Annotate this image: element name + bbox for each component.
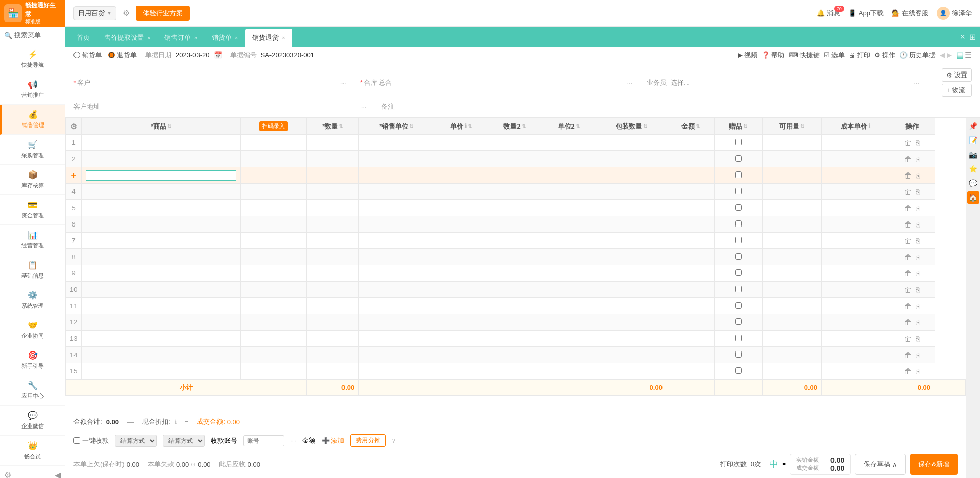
tab-sales-order[interactable]: 销售订单 × xyxy=(157,29,204,47)
return-single-radio-input[interactable] xyxy=(108,52,115,58)
tab-sales-order-close[interactable]: × xyxy=(194,35,197,41)
product-table-container[interactable]: ⚙ *商品 ⇅ 扫码录入 xyxy=(65,118,966,413)
right-sidebar-note-btn[interactable]: 📝 xyxy=(967,134,979,146)
settings-button[interactable]: ⚙ 设置 xyxy=(942,68,972,82)
price-info-icon[interactable]: ℹ xyxy=(464,123,467,130)
tab-close-all-icon[interactable]: × xyxy=(960,32,965,42)
table-settings-icon[interactable]: ⚙ xyxy=(70,122,77,131)
calendar-icon[interactable]: 📅 xyxy=(214,51,222,59)
address-picker-icon[interactable]: ··· xyxy=(359,103,369,111)
sales-single-radio[interactable]: 销货单 xyxy=(74,51,102,60)
save-draft-button[interactable]: 保存草稿 ∧ xyxy=(855,454,906,475)
account-input[interactable] xyxy=(243,435,284,446)
sidebar-item-apps[interactable]: 🔧 应用中心 xyxy=(0,375,65,406)
add-row-icon[interactable]: + xyxy=(71,171,76,180)
remark-input[interactable] xyxy=(399,101,972,112)
delete-row-button[interactable]: 🗑 xyxy=(903,236,913,246)
help-button[interactable]: ❓ 帮助 xyxy=(762,51,785,60)
history-button[interactable]: 🕐 历史单据 xyxy=(899,51,936,60)
col-settings[interactable]: ⚙ xyxy=(66,118,82,135)
gift-cell[interactable] xyxy=(715,151,762,167)
gift-cell[interactable] xyxy=(715,363,762,380)
sidebar-item-cooperation[interactable]: 🤝 企业协同 xyxy=(0,315,65,345)
copy-row-button[interactable]: ⎘ xyxy=(915,170,921,181)
gift-checkbox[interactable] xyxy=(735,237,742,243)
product-cell[interactable] xyxy=(82,282,241,298)
video-button[interactable]: ▶ 视频 xyxy=(738,51,757,60)
delete-row-button[interactable]: 🗑 xyxy=(903,317,913,328)
gift-cell[interactable] xyxy=(715,249,762,265)
sort-icon[interactable]: ⇅ xyxy=(409,123,413,129)
nav-next-icon[interactable]: ▶ xyxy=(947,51,952,59)
print-button[interactable]: 🖨 打印 xyxy=(849,51,870,60)
list-view-icon[interactable]: ☰ xyxy=(965,50,972,60)
sidebar-item-guide[interactable]: 🎯 新手引导 xyxy=(0,345,65,375)
delete-row-button[interactable]: 🗑 xyxy=(903,268,913,279)
gift-checkbox[interactable] xyxy=(735,302,742,309)
sales-single-radio-input[interactable] xyxy=(74,52,80,58)
gift-cell[interactable] xyxy=(715,216,762,233)
gift-cell[interactable] xyxy=(715,265,762,282)
warehouse-picker-icon[interactable]: ··· xyxy=(625,79,635,87)
sort-icon[interactable]: ⇅ xyxy=(696,123,700,129)
sort-icon[interactable]: ⇅ xyxy=(643,123,647,129)
nav-prev-icon[interactable]: ◀ xyxy=(940,51,945,59)
return-single-radio[interactable]: 退货单 xyxy=(108,51,137,60)
sidebar-collapse-btn[interactable]: ◀ xyxy=(55,470,61,478)
right-sidebar-home-btn[interactable]: 🏠 xyxy=(967,191,979,204)
tab-layout-icon[interactable]: ⊞ xyxy=(969,32,976,42)
fee-question-icon[interactable]: ? xyxy=(392,438,395,444)
customer-picker-icon[interactable]: ··· xyxy=(338,79,348,87)
gift-checkbox[interactable] xyxy=(735,351,742,358)
sidebar-item-finance[interactable]: 💳 资金管理 xyxy=(0,195,65,225)
product-cell[interactable] xyxy=(82,331,241,347)
copy-row-button[interactable]: ⎘ xyxy=(915,219,921,230)
gift-cell[interactable] xyxy=(715,347,762,363)
gift-cell[interactable] xyxy=(715,298,762,314)
gift-cell[interactable] xyxy=(715,314,762,331)
sidebar-item-wechat[interactable]: 💬 企业微信 xyxy=(0,406,65,436)
staff-input[interactable] xyxy=(671,77,908,88)
tab-price-setting[interactable]: 售价提取设置 × xyxy=(97,29,157,47)
experience-button[interactable]: 体验行业方案 xyxy=(136,6,190,21)
delete-row-button[interactable]: 🗑 xyxy=(903,154,913,164)
gift-checkbox[interactable] xyxy=(735,220,742,227)
doc-date-value[interactable]: 2023-03-20 xyxy=(176,51,210,59)
logistics-button[interactable]: + 物流 xyxy=(942,84,972,97)
sort-icon[interactable]: ⇅ xyxy=(167,123,172,129)
sidebar-item-quicknav[interactable]: ⚡ 快捷导航 xyxy=(0,44,65,74)
select-button[interactable]: ☑ 选单 xyxy=(824,51,845,60)
product-cell[interactable] xyxy=(82,233,241,249)
product-input[interactable] xyxy=(86,170,236,181)
copy-row-button[interactable]: ⎘ xyxy=(915,334,921,344)
product-cell[interactable] xyxy=(82,135,241,151)
one-click-pay-input[interactable] xyxy=(74,437,80,444)
gift-cell[interactable] xyxy=(715,282,762,298)
address-input[interactable] xyxy=(104,101,355,112)
copy-row-button[interactable]: ⎘ xyxy=(915,252,921,262)
delete-row-button[interactable]: 🗑 xyxy=(903,366,913,376)
tab-price-setting-close[interactable]: × xyxy=(147,35,150,41)
copy-row-button[interactable]: ⎘ xyxy=(915,187,921,197)
sidebar-item-operations[interactable]: 📊 经营管理 xyxy=(0,225,65,255)
delete-row-button[interactable]: 🗑 xyxy=(903,187,913,197)
product-cell[interactable] xyxy=(82,314,241,331)
tab-sales-delivery[interactable]: 销货单 × xyxy=(205,29,245,47)
sidebar-item-sales[interactable]: 💰 销售管理 xyxy=(0,105,65,135)
staff-picker-icon[interactable]: ··· xyxy=(912,79,921,87)
right-sidebar-photo-btn[interactable]: 📷 xyxy=(967,148,979,161)
gift-checkbox[interactable] xyxy=(735,318,742,325)
shortcut-button[interactable]: ⌨ 快捷键 xyxy=(789,51,820,60)
calc-select[interactable]: 结算方式 xyxy=(163,435,205,447)
sort-icon[interactable]: ⇅ xyxy=(743,123,747,129)
sidebar-item-member[interactable]: 👑 畅会员 xyxy=(0,436,65,466)
gift-checkbox[interactable] xyxy=(735,155,742,162)
product-cell[interactable] xyxy=(82,265,241,282)
gift-checkbox[interactable] xyxy=(735,286,742,292)
copy-row-button[interactable]: ⎘ xyxy=(915,301,921,311)
industry-selector[interactable]: 日用百货 ▼ xyxy=(74,6,116,20)
copy-row-button[interactable]: ⎘ xyxy=(915,154,921,164)
copy-row-button[interactable]: ⎘ xyxy=(915,285,921,295)
delete-row-button[interactable]: 🗑 xyxy=(903,138,913,148)
sidebar-item-system[interactable]: ⚙️ 系统管理 xyxy=(0,285,65,315)
